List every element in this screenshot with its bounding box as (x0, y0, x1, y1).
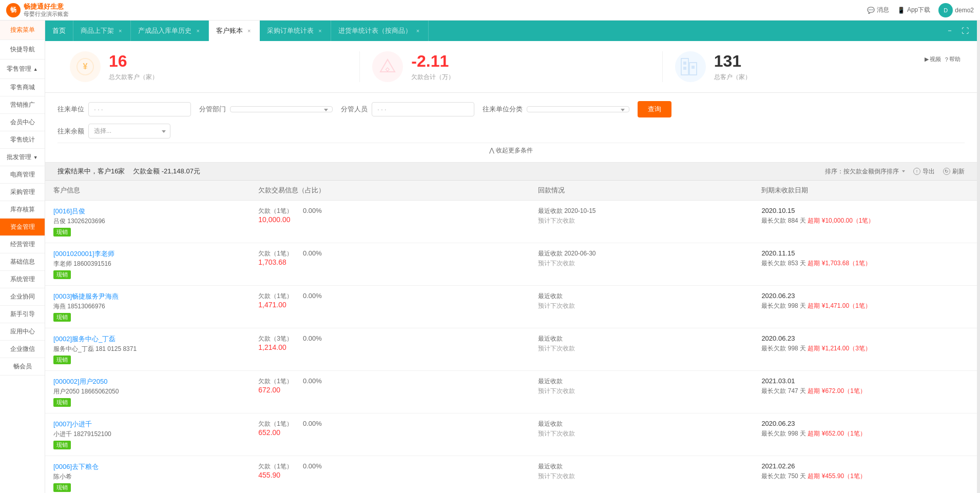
overdue-amount-3[interactable]: 超期 ¥1,214.00（3笔） (808, 345, 871, 352)
unit-category-input[interactable] (527, 106, 629, 112)
tab-home[interactable]: 首页 (45, 21, 73, 41)
sidebar-item-system-mgmt[interactable]: 系统管理 (0, 271, 45, 288)
sidebar-item-inventory-check[interactable]: 库存核算 (0, 201, 45, 219)
avatar: D (938, 3, 953, 17)
video-action[interactable]: ▶ 视频 (925, 55, 941, 63)
stat-card-owe-amount: ◇ -2.11 欠款合计（万） (360, 51, 662, 82)
sidebar-item-quick-nav[interactable]: 快捷导航 (0, 40, 45, 60)
sidebar-item-enterprise-wechat[interactable]: 企业微信 (0, 341, 45, 358)
col-debt-info: 欠款交易信息（占比） (250, 181, 530, 201)
sidebar-item-app-center[interactable]: 应用中心 (0, 323, 45, 341)
app-download-action[interactable]: 📱 App下载 (897, 6, 930, 14)
col-overdue: 到期未收款日期 (753, 181, 977, 201)
cell-collection-5: 最近收款 预计下次收款 (530, 413, 754, 456)
stat-card-actions: ▶ 视频 ? 帮助 (925, 55, 960, 63)
tab-product-shelf[interactable]: 商品上下架 × (73, 21, 131, 41)
sidebar-item-member-center[interactable]: 会员中心 (0, 114, 45, 131)
balance-input[interactable]: 选择... (88, 124, 170, 139)
help-action[interactable]: ? 帮助 (945, 55, 960, 63)
customer-id-6[interactable]: [0006]去下粮仓 (53, 462, 242, 471)
cell-collection-6: 最近收款 预计下次收款 (530, 456, 754, 494)
tab-stock-history-close[interactable]: × (195, 27, 201, 34)
overdue-amount-1[interactable]: 超期 ¥1,703.68（1笔） (808, 260, 871, 267)
sidebar-item-search[interactable]: 搜索菜单 (0, 21, 45, 40)
due-date-3: 2020.06.23 (761, 334, 969, 342)
export-btn[interactable]: ↑ 导出 (913, 167, 935, 176)
tab-stock-stats-close[interactable]: × (415, 27, 421, 34)
cell-debt-info-2: 欠款（1笔） 1,471.00 0.00% (250, 286, 530, 328)
tab-purchase-order-stats-close[interactable]: × (317, 27, 323, 34)
page-content: ¥ 16 总欠款客户（家） ◇ (45, 41, 977, 493)
results-sort[interactable]: 排序：按欠款金额倒序排序 (825, 167, 905, 176)
message-action[interactable]: 💬 消息 (867, 6, 889, 14)
sidebar-item-retail-mgmt[interactable]: 零售管理 ▲ (0, 60, 45, 79)
debt-percent-3: 0.00% (303, 334, 322, 342)
table-row: [000002]用户2050 用户2050 18665062050 现销 欠款（… (45, 371, 977, 413)
sidebar-item-enterprise-collab[interactable]: 企业协同 (0, 288, 45, 306)
owe-customers-number: 16 (109, 52, 158, 71)
tab-stock-history-label: 产成品入库单历史 (138, 26, 191, 35)
next-collection-1: 预计下次收款 (538, 259, 745, 268)
tab-maximize-btn[interactable]: ⛶ (959, 25, 971, 37)
video-icon: ▶ (925, 56, 929, 63)
debt-info-0: 欠款（1笔） 10,000.00 (258, 207, 293, 224)
tab-customer-account-label: 客户账本 (216, 26, 243, 35)
tab-purchase-order-stats[interactable]: 采购订单统计表 × (260, 21, 331, 41)
debt-amount-2: 1,471.00 (258, 301, 293, 309)
tab-product-shelf-close[interactable]: × (117, 27, 123, 34)
overdue-amount-6[interactable]: 超期 ¥455.90（1笔） (808, 472, 866, 480)
user-name: demo2 (955, 7, 974, 14)
customer-id-3[interactable]: [0002]服务中心_丁磊 (53, 334, 242, 344)
customer-id-5[interactable]: [0007]小进千 (53, 420, 242, 429)
refresh-btn[interactable]: ↻ 刷新 (943, 167, 965, 176)
sidebar-item-basic-info[interactable]: 基础信息 (0, 253, 45, 271)
tab-minimize-btn[interactable]: － (944, 24, 955, 37)
dept-input[interactable] (230, 106, 333, 112)
tab-customer-account-close[interactable]: × (246, 27, 252, 34)
refresh-icon: ↻ (943, 168, 950, 175)
sidebar-item-new-guide[interactable]: 新手引导 (0, 306, 45, 323)
top-bar-left: 畅 畅捷通好生意 母婴行业演示账套 (6, 3, 69, 17)
sidebar-item-batch-mgmt[interactable]: 批发管理 ▼ (0, 149, 45, 166)
filter-item-dept: 分管部门 (199, 105, 333, 114)
sidebar-item-retail-stats[interactable]: 零售统计 (0, 131, 45, 149)
debt-amount-0: 10,000.00 (258, 215, 293, 224)
customer-id-1[interactable]: [0001020001]李老师 (53, 249, 242, 259)
message-icon: 💬 (867, 7, 875, 14)
unit-category-arrow-icon (619, 106, 625, 113)
customer-id-0[interactable]: [0016]吕俊 (53, 207, 242, 216)
sidebar-item-purchase-mgmt[interactable]: 采购管理 (0, 184, 45, 201)
tab-stock-stats[interactable]: 进货单统计表（按商品） × (331, 21, 429, 41)
col-customer-info: 客户信息 (45, 181, 250, 201)
filter-collapse[interactable]: ⋀ 收起更多条件 (57, 143, 965, 158)
search-button[interactable]: 查询 (638, 101, 671, 117)
table-row: [0001020001]李老师 李老师 18600391516 现销 欠款（1笔… (45, 243, 977, 286)
customer-id-2[interactable]: [0003]畅捷服务尹海燕 (53, 292, 242, 301)
sidebar-item-capital-mgmt[interactable]: 资金管理 (0, 219, 45, 236)
cell-overdue-5: 2020.06.23 最长欠款 998 天 超期 ¥652.00（1笔） (753, 413, 977, 456)
customer-phone-4: 用户2050 18665062050 (53, 387, 242, 396)
overdue-amount-5[interactable]: 超期 ¥652.00（1笔） (808, 430, 866, 437)
stat-info-owe-customers: 16 总欠款客户（家） (109, 52, 158, 82)
tab-stock-history[interactable]: 产成品入库单历史 × (131, 21, 208, 41)
sidebar-item-retail-mall[interactable]: 零售商城 (0, 79, 45, 96)
overdue-amount-0[interactable]: 超期 ¥10,000.00（1笔） (808, 217, 874, 224)
overdue-amount-2[interactable]: 超期 ¥1,471.00（1笔） (808, 302, 871, 309)
last-collection-0: 最近收款 2020-10-15 (538, 207, 745, 215)
stats-row: ¥ 16 总欠款客户（家） ◇ (45, 41, 977, 93)
right-sidebar (977, 21, 980, 493)
cell-collection-3: 最近收款 预计下次收款 (530, 328, 754, 371)
user-action[interactable]: D demo2 (938, 3, 974, 17)
from-unit-input[interactable]: ··· (88, 102, 191, 116)
sidebar-item-operations-mgmt[interactable]: 经营管理 (0, 236, 45, 253)
customer-phone-2: 海燕 18513066976 (53, 302, 242, 311)
filter-area: 往来单位 ··· 分管部门 (45, 93, 977, 163)
sidebar-item-ecommerce-mgmt[interactable]: 电商管理 (0, 166, 45, 184)
tab-customer-account[interactable]: 客户账本 × (209, 21, 260, 41)
debt-info-5: 欠款（1笔） 652.00 (258, 420, 293, 437)
sidebar-item-marketing[interactable]: 营销推广 (0, 96, 45, 114)
person-input[interactable]: ··· (372, 102, 474, 116)
customer-id-4[interactable]: [000002]用户2050 (53, 377, 242, 386)
sidebar-item-member-vip[interactable]: 畅会员 (0, 358, 45, 376)
overdue-amount-4[interactable]: 超期 ¥672.00（1笔） (808, 387, 866, 395)
